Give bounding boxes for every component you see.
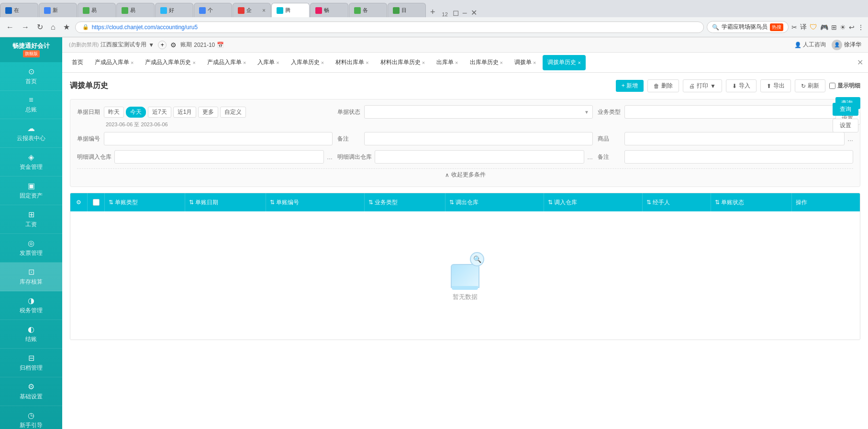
th-type[interactable]: ⇅ 单账类型 (105, 193, 185, 211)
close-browser-icon[interactable]: ✕ (469, 8, 479, 17)
goods-input[interactable] (624, 132, 845, 145)
detail-out-warehouse-input[interactable] (375, 150, 584, 164)
close-all-tabs-button[interactable]: ✕ (857, 58, 863, 67)
home-button[interactable]: ⌂ (48, 22, 58, 33)
sidebar-item-payroll[interactable]: ⊞ 工资 (0, 205, 62, 234)
sidebar-item-inventory[interactable]: ⊡ 库存核算 (0, 263, 62, 291)
browser-tab-6[interactable]: 个 (194, 3, 232, 17)
browser-tab-9[interactable]: 畅 (310, 3, 348, 17)
nav-tab-outstock-history[interactable]: 出库单历史 × (465, 55, 508, 70)
nav-tab-material-outstock-history[interactable]: 材料出库单历史 × (376, 55, 430, 70)
nav-tab-outstock[interactable]: 出库单 × (432, 55, 463, 70)
sidebar-item-home[interactable]: ⊙ 首页 (0, 62, 62, 91)
nav-tab-close-6[interactable]: × (366, 60, 368, 66)
nav-tab-material-outstock[interactable]: 材料出库单 × (331, 55, 373, 70)
nav-tab-close-5[interactable]: × (321, 60, 324, 66)
th-biz-type[interactable]: ⇅ 业务类型 (365, 193, 445, 211)
import-button[interactable]: ⬇ 导入 (726, 79, 757, 92)
nav-tab-product-instock-2[interactable]: 产成品入库单 × (202, 55, 251, 70)
tab-close-7[interactable]: × (262, 7, 266, 14)
sidebar-item-invoice[interactable]: ◎ 发票管理 (0, 234, 62, 263)
search-bar[interactable]: 🔍 学霸应聘场驱鸟员 热搜 (707, 21, 789, 33)
export-button[interactable]: ⬆ 导出 (760, 79, 791, 92)
star-button[interactable]: ★ (61, 22, 72, 33)
nav-tab-close-2[interactable]: × (192, 60, 195, 66)
out-warehouse-picker-button[interactable]: ... (587, 153, 593, 161)
new-button[interactable]: + 新增 (616, 80, 644, 92)
browser-tab-5[interactable]: 好 (155, 3, 193, 17)
th-number[interactable]: ⇅ 单账编号 (266, 193, 365, 211)
note2-input[interactable] (624, 150, 853, 164)
browser-tab-1[interactable]: 在 (0, 3, 38, 17)
goods-picker-button[interactable]: ... (847, 135, 853, 143)
th-checkbox[interactable] (88, 193, 105, 211)
sidebar-item-ledger[interactable]: ≡ 总账 (0, 91, 62, 119)
nav-tab-close-11[interactable]: × (578, 60, 580, 66)
date-btn-1month[interactable]: 近1月 (173, 107, 197, 118)
minimize-icon[interactable]: – (461, 9, 469, 17)
nav-tab-instock[interactable]: 入库单 × (253, 55, 284, 70)
delete-button[interactable]: 🗑 删除 (647, 79, 679, 92)
nav-tab-product-instock-history[interactable]: 产成品入库单历史 × (140, 55, 200, 70)
calendar-icon[interactable]: 📅 (217, 42, 224, 48)
setting-button-abs[interactable]: 设置 (833, 119, 858, 132)
status-select[interactable] (364, 105, 593, 119)
nav-tab-transfer-history[interactable]: 调拨单历史 × (543, 55, 585, 70)
query-button-abs[interactable]: 查询 (833, 103, 858, 116)
nav-tab-product-instock[interactable]: 产成品入库单 × (90, 55, 138, 70)
th-gear[interactable]: ⚙ (70, 193, 88, 211)
date-btn-7days[interactable]: 近7天 (148, 107, 171, 118)
print-button[interactable]: 🖨 打印 ▼ (683, 79, 722, 92)
back-button[interactable]: ← (4, 22, 16, 33)
url-bar[interactable]: 🔒 https://cloud.chanjet.com/accounting/u… (75, 22, 704, 33)
browser-tab-10[interactable]: 各 (349, 3, 387, 17)
date-btn-custom[interactable]: 自定义 (220, 107, 246, 118)
th-out-warehouse[interactable]: ⇅ 调出仓库 (445, 193, 544, 211)
nav-tab-transfer[interactable]: 调拨单 × (510, 55, 541, 70)
refresh-button[interactable]: ↻ 刷新 (795, 79, 825, 92)
tab-add-button[interactable]: + (426, 7, 439, 17)
forward-button[interactable]: → (19, 22, 32, 33)
nav-tab-home[interactable]: 首页 (67, 55, 88, 70)
nav-tab-close-9[interactable]: × (500, 60, 503, 66)
show-detail-toggle[interactable]: 显示明细 (829, 82, 860, 90)
detail-in-warehouse-input[interactable] (114, 150, 324, 164)
sidebar-item-tax[interactable]: ◑ 税务管理 (0, 291, 62, 320)
nav-tab-close-8[interactable]: × (455, 60, 458, 66)
browser-tab-8[interactable]: 腾 (271, 3, 310, 17)
sidebar-item-close-book[interactable]: ◐ 结账 (0, 320, 62, 349)
th-in-warehouse[interactable]: ⇅ 调入仓库 (544, 193, 643, 211)
th-status[interactable]: ⇅ 单账状态 (711, 193, 791, 211)
browser-tab-2[interactable]: 新 (39, 3, 77, 17)
account-selector[interactable]: (勿删勿禁用) 江西服宝测试专用 ▼ (69, 41, 154, 49)
in-warehouse-picker-button[interactable]: ... (327, 153, 333, 161)
header-checkbox[interactable] (93, 199, 100, 206)
th-operator[interactable]: ⇅ 经手人 (643, 193, 711, 211)
date-btn-more[interactable]: 更多 (198, 107, 218, 118)
note-input[interactable] (364, 132, 593, 145)
collapse-button[interactable]: ∧ 收起更多条件 (77, 168, 853, 181)
nav-tab-instock-history[interactable]: 入库单历史 × (286, 55, 329, 70)
restore-icon[interactable]: ◻ (451, 8, 461, 17)
sidebar-item-fund[interactable]: ◈ 资金管理 (0, 148, 62, 176)
nav-tab-close-3[interactable]: × (243, 60, 246, 66)
nav-tab-close-1[interactable]: × (131, 60, 134, 66)
sidebar-item-guide[interactable]: ◷ 新手引导 (0, 406, 62, 429)
user-profile[interactable]: 👤 徐泽华 (832, 40, 861, 50)
sidebar-item-fixed-assets[interactable]: ▣ 固定资产 (0, 176, 62, 205)
browser-tab-3[interactable]: 易 (78, 3, 116, 17)
sidebar-item-settings[interactable]: ⚙ 基础设置 (0, 377, 62, 406)
sidebar-item-archive[interactable]: ⊟ 归档管理 (0, 349, 62, 377)
nav-tab-close-7[interactable]: × (422, 60, 425, 66)
gear-settings-icon[interactable]: ⚙ (170, 41, 177, 49)
nav-tab-close-4[interactable]: × (276, 60, 279, 66)
show-detail-checkbox[interactable] (829, 83, 835, 89)
add-company-button[interactable]: + (158, 41, 167, 49)
browser-tab-11[interactable]: 目 (388, 3, 426, 17)
sidebar-logo[interactable]: 畅捷通好会计 旗舰版 (0, 37, 62, 62)
sidebar-item-cloud-report[interactable]: ☁ 云报表中心 (0, 119, 62, 148)
refresh-browser-button[interactable]: ↻ (34, 22, 45, 33)
browser-tab-4[interactable]: 易 (116, 3, 155, 17)
nav-tab-close-10[interactable]: × (533, 60, 536, 66)
customer-service-button[interactable]: 👤 人工咨询 (794, 41, 826, 49)
